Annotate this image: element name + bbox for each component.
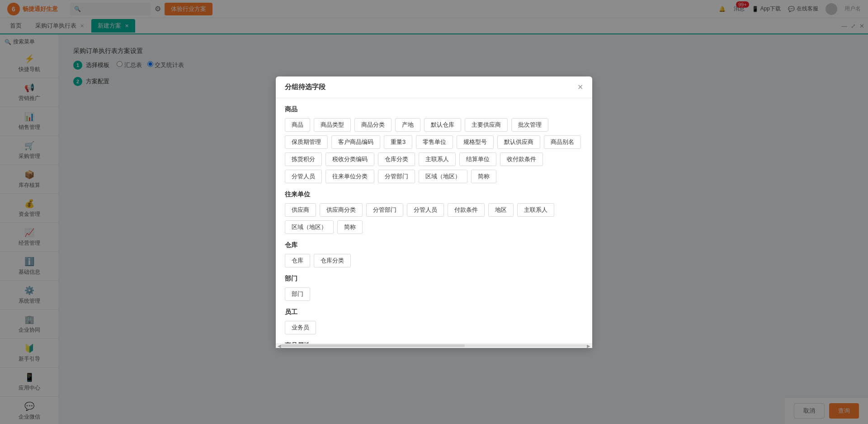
section-warehouse: 仓库 仓库仓库分类 — [285, 241, 583, 267]
section-employee: 员工 业务员 — [285, 308, 583, 334]
section-label-dept: 部门 — [285, 275, 583, 283]
field-tags-goods: 商品商品类型商品分类产地默认仓库主要供应商批次管理保质期管理客户商品编码重量3零… — [285, 118, 583, 183]
section-label-warehouse: 仓库 — [285, 241, 583, 249]
field-tag[interactable]: 收付款条件 — [500, 152, 543, 166]
field-tag[interactable]: 简称 — [337, 220, 363, 234]
field-tag[interactable]: 简称 — [471, 170, 496, 183]
section-label-employee: 员工 — [285, 308, 583, 316]
field-tag[interactable]: 商品分类 — [354, 118, 392, 132]
field-tag[interactable]: 税收分类编码 — [326, 152, 374, 166]
section-goods: 商品 商品商品类型商品分类产地默认仓库主要供应商批次管理保质期管理客户商品编码重… — [285, 105, 583, 183]
scroll-track — [281, 344, 587, 347]
field-tag[interactable]: 部门 — [285, 287, 310, 301]
field-tag[interactable]: 地区 — [488, 203, 514, 217]
field-tag[interactable]: 主要供应商 — [465, 118, 508, 132]
section-partner: 往来单位 供应商供应商分类分管部门分管人员付款条件地区主联系人区域（地区）简称 — [285, 191, 583, 234]
modal-title: 分组待选字段 — [285, 83, 326, 91]
section-label-partner: 往来单位 — [285, 191, 583, 199]
field-tag[interactable]: 供应商 — [285, 203, 316, 217]
field-tag[interactable]: 仓库分类 — [314, 254, 351, 267]
field-tag[interactable]: 商品 — [285, 118, 310, 132]
field-tag[interactable]: 分管人员 — [407, 203, 444, 217]
field-tags-warehouse: 仓库仓库分类 — [285, 254, 583, 267]
field-tag[interactable]: 客户商品编码 — [331, 135, 380, 149]
section-label-goods: 商品 — [285, 105, 583, 114]
section-dept: 部门 部门 — [285, 275, 583, 301]
scroll-right-arrow[interactable]: ▶ — [587, 343, 590, 348]
field-tag[interactable]: 零售单位 — [416, 135, 453, 149]
field-tag[interactable]: 分管人员 — [285, 170, 322, 183]
modal-overlay: 分组待选字段 ✕ 商品 商品商品类型商品分类产地默认仓库主要供应商批次管理保质期… — [0, 0, 868, 424]
field-tag[interactable]: 默认仓库 — [424, 118, 461, 132]
field-tag[interactable]: 仓库分类 — [378, 152, 415, 166]
field-tag[interactable]: 业务员 — [285, 321, 316, 334]
field-select-modal: 分组待选字段 ✕ 商品 商品商品类型商品分类产地默认仓库主要供应商批次管理保质期… — [276, 76, 592, 348]
field-tag[interactable]: 结算单位 — [459, 152, 496, 166]
field-tag[interactable]: 区域（地区） — [285, 220, 334, 234]
field-tag[interactable]: 商品类型 — [314, 118, 351, 132]
field-tag[interactable]: 规格型号 — [457, 135, 494, 149]
field-tags-partner: 供应商供应商分类分管部门分管人员付款条件地区主联系人区域（地区）简称 — [285, 203, 583, 234]
field-tag[interactable]: 分管部门 — [366, 203, 403, 217]
field-tags-dept: 部门 — [285, 287, 583, 301]
field-tag[interactable]: 重量3 — [384, 135, 412, 149]
field-tag[interactable]: 保质期管理 — [285, 135, 328, 149]
field-tag[interactable]: 主联系人 — [517, 203, 554, 217]
modal-body[interactable]: 商品 商品商品类型商品分类产地默认仓库主要供应商批次管理保质期管理客户商品编码重… — [276, 98, 592, 343]
field-tag[interactable]: 拣货积分 — [285, 152, 322, 166]
field-tag[interactable]: 批次管理 — [511, 118, 548, 132]
field-tag[interactable]: 付款条件 — [448, 203, 485, 217]
field-tag[interactable]: 商品别名 — [544, 135, 581, 149]
modal-header: 分组待选字段 ✕ — [276, 76, 592, 98]
field-tag[interactable]: 默认供应商 — [497, 135, 540, 149]
modal-close-button[interactable]: ✕ — [577, 83, 583, 91]
field-tag[interactable]: 区域（地区） — [419, 170, 467, 183]
horizontal-scrollbar[interactable]: ◀ ▶ — [276, 343, 592, 348]
scroll-left-arrow[interactable]: ◀ — [278, 343, 281, 348]
field-tag[interactable]: 产地 — [395, 118, 420, 132]
field-tags-employee: 业务员 — [285, 321, 583, 334]
field-tag[interactable]: 仓库 — [285, 254, 310, 267]
scroll-thumb — [281, 344, 465, 347]
field-tag[interactable]: 分管部门 — [378, 170, 415, 183]
field-tag[interactable]: 供应商分类 — [320, 203, 363, 217]
field-tag[interactable]: 主联系人 — [419, 152, 456, 166]
field-tag[interactable]: 往来单位分类 — [326, 170, 374, 183]
